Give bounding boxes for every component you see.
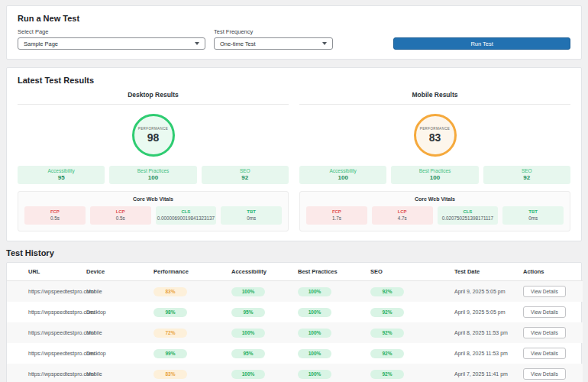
cell-device: Mobile — [83, 322, 150, 343]
cell-device: Desktop — [83, 343, 150, 364]
column-header-actions: Actions — [520, 263, 583, 281]
seo-badge: 92% — [370, 308, 404, 317]
view-details-button[interactable]: View Details — [523, 286, 566, 297]
vital-value: 0.00000690019841323137 — [157, 215, 216, 221]
metric-value: 100 — [109, 174, 196, 181]
desktop-vitals-row: FCP 0.5s LCP 0.5s CLS 0.0000069001984132… — [24, 206, 282, 225]
mobile-core-web-vitals: Core Web Vitals FCP 1.7s LCP 4.7s CLS 0. — [299, 191, 570, 231]
chevron-down-icon — [322, 42, 327, 45]
performance-gauge-label: PERFORMANCE — [420, 127, 450, 131]
desktop-results-column: Desktop Results PERFORMANCE 98 Accessibi… — [18, 91, 289, 231]
mobile-fcp-card: FCP 1.7s — [306, 206, 367, 225]
latest-results-title: Latest Test Results — [18, 76, 570, 85]
page: Run a New Test Select Page Sample Page T… — [0, 0, 588, 382]
best-practices-badge: 100% — [298, 370, 331, 379]
test-history-table: URL Device Performance Accessibility Bes… — [7, 263, 583, 382]
run-test-button[interactable]: Run Test — [393, 37, 570, 50]
column-header-seo: SEO — [367, 263, 451, 281]
core-web-vitals-title: Core Web Vitals — [24, 196, 282, 202]
cell-test-date: April 7, 2025 11:41 pm — [451, 364, 520, 382]
cell-test-date: April 9, 2025 5:05 pm — [451, 281, 520, 303]
vital-value: 0.5s — [91, 215, 150, 221]
table-row: https://wpspeedtestpro.com/ Mobile 83% 1… — [7, 364, 583, 382]
mobile-cls-card: CLS 0.020750251398171117 — [438, 206, 499, 225]
column-header-accessibility: Accessibility — [228, 263, 295, 281]
table-row: https://wpspeedtestpro.com/ Desktop 99% … — [7, 343, 583, 364]
vital-label: LCP — [91, 209, 150, 214]
table-row: https://wpspeedtestpro.com/ Desktop 98% … — [7, 302, 583, 322]
test-frequency-value: One-time Test — [220, 40, 256, 47]
run-new-test-section: Run a New Test Select Page Sample Page T… — [6, 5, 582, 60]
select-page-field: Select Page Sample Page — [18, 28, 205, 50]
metric-value: 95 — [18, 174, 105, 181]
select-page-value: Sample Page — [24, 40, 58, 47]
metric-label: Best Practices — [109, 168, 196, 173]
vital-value: 0ms — [221, 215, 281, 221]
view-details-button[interactable]: View Details — [523, 348, 566, 359]
seo-badge: 92% — [370, 370, 404, 379]
accessibility-badge: 100% — [231, 370, 265, 379]
mobile-results-title: Mobile Results — [299, 91, 570, 105]
core-web-vitals-title: Core Web Vitals — [306, 196, 564, 202]
mobile-vitals-row: FCP 1.7s LCP 4.7s CLS 0.0207502513981711… — [306, 206, 564, 225]
mobile-results-column: Mobile Results PERFORMANCE 83 Accessibil… — [299, 91, 570, 231]
results-grid: Desktop Results PERFORMANCE 98 Accessibi… — [18, 91, 570, 231]
test-frequency-field: Test Frequency One-time Test — [214, 28, 333, 50]
vital-label: LCP — [373, 209, 432, 214]
cell-test-date: April 8, 2025 11:53 pm — [451, 343, 520, 364]
metric-value: 100 — [391, 174, 478, 181]
mobile-best-practices-card: Best Practices 100 — [391, 166, 478, 184]
metric-value: 100 — [299, 174, 386, 181]
view-details-button[interactable]: View Details — [523, 306, 566, 318]
select-page-dropdown[interactable]: Sample Page — [18, 37, 205, 50]
vital-label: CLS — [157, 209, 216, 214]
metric-label: Accessibility — [18, 168, 105, 173]
desktop-performance-gauge: PERFORMANCE 98 — [132, 114, 175, 157]
vital-value: 1.7s — [307, 215, 367, 221]
desktop-seo-card: SEO 92 — [202, 166, 289, 184]
run-new-test-title: Run a New Test — [18, 14, 570, 23]
accessibility-badge: 100% — [231, 287, 265, 296]
cell-device: Mobile — [83, 364, 150, 382]
metric-value: 92 — [202, 174, 289, 181]
best-practices-badge: 100% — [298, 287, 331, 296]
accessibility-badge: 100% — [231, 329, 265, 338]
desktop-lcp-card: LCP 0.5s — [90, 206, 151, 225]
mobile-seo-card: SEO 92 — [483, 166, 570, 184]
vital-label: TBT — [221, 209, 281, 214]
run-test-form: Select Page Sample Page Test Frequency O… — [18, 28, 570, 50]
accessibility-badge: 95% — [231, 349, 265, 358]
chevron-down-icon — [195, 42, 199, 45]
mobile-metric-cards: Accessibility 100 Best Practices 100 SEO… — [299, 166, 570, 184]
view-details-button[interactable]: View Details — [523, 327, 566, 338]
column-header-test-date: Test Date — [451, 263, 520, 281]
desktop-results-title: Desktop Results — [18, 91, 289, 105]
test-history-title: Test History — [6, 248, 582, 257]
test-frequency-label: Test Frequency — [214, 28, 333, 35]
best-practices-badge: 100% — [298, 308, 331, 317]
desktop-tbt-card: TBT 0ms — [221, 206, 282, 225]
seo-badge: 92% — [370, 329, 404, 338]
performance-badge: 83% — [153, 370, 187, 379]
cell-url: https://wpspeedtestpro.com/ — [7, 302, 83, 322]
vital-value: 4.7s — [373, 215, 432, 221]
seo-badge: 92% — [370, 287, 404, 296]
desktop-performance-score: 98 — [147, 131, 160, 144]
cell-device: Desktop — [83, 302, 150, 322]
mobile-lcp-card: LCP 4.7s — [372, 206, 433, 225]
desktop-metric-cards: Accessibility 95 Best Practices 100 SEO … — [18, 166, 289, 184]
cell-device: Mobile — [83, 281, 150, 303]
vital-label: CLS — [438, 209, 498, 214]
view-details-button[interactable]: View Details — [523, 368, 566, 380]
table-header-row: URL Device Performance Accessibility Bes… — [7, 263, 583, 281]
seo-badge: 92% — [370, 349, 404, 358]
desktop-fcp-card: FCP 0.5s — [24, 206, 86, 225]
desktop-best-practices-card: Best Practices 100 — [109, 166, 196, 184]
mobile-performance-score: 83 — [429, 131, 441, 144]
test-frequency-dropdown[interactable]: One-time Test — [214, 37, 333, 50]
performance-badge: 72% — [153, 329, 187, 338]
latest-results-section: Latest Test Results Desktop Results PERF… — [6, 67, 582, 241]
desktop-cls-card: CLS 0.00000690019841323137 — [156, 206, 217, 225]
metric-label: Accessibility — [299, 168, 386, 173]
metric-label: SEO — [202, 168, 289, 173]
